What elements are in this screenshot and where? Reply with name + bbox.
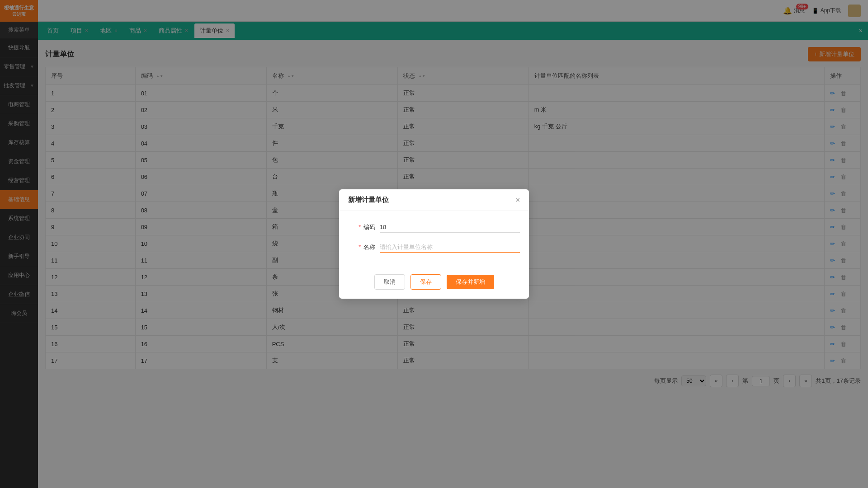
required-mark: * <box>359 244 361 250</box>
name-form-row: * 名称 <box>348 242 520 253</box>
code-input[interactable] <box>380 222 520 233</box>
required-mark: * <box>359 224 361 230</box>
save-and-new-button[interactable]: 保存并新增 <box>447 275 494 289</box>
modal-title: 新增计量单位 <box>348 196 389 204</box>
code-form-row: * 编码 <box>348 222 520 233</box>
add-unit-modal: 新增计量单位 × * 编码 * 名称 取消 保存 保存并新增 <box>339 189 529 299</box>
name-input[interactable] <box>380 242 520 253</box>
modal-overlay[interactable]: 新增计量单位 × * 编码 * 名称 取消 保存 保存并新增 <box>0 0 868 488</box>
code-label: * 编码 <box>348 223 375 231</box>
modal-close-btn[interactable]: × <box>516 196 520 204</box>
modal-footer: 取消 保存 保存并新增 <box>339 269 529 299</box>
cancel-button[interactable]: 取消 <box>374 274 405 290</box>
modal-header: 新增计量单位 × <box>339 189 529 211</box>
modal-body: * 编码 * 名称 <box>339 211 529 269</box>
name-label: * 名称 <box>348 243 375 251</box>
save-button[interactable]: 保存 <box>410 274 441 290</box>
